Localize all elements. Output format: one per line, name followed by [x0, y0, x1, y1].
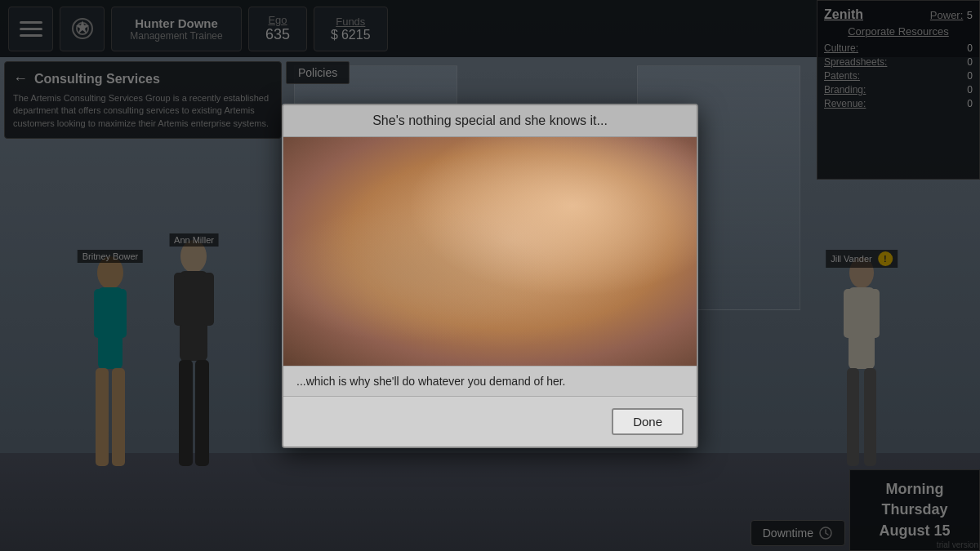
- modal-image: [283, 137, 697, 366]
- done-button[interactable]: Done: [612, 408, 684, 435]
- modal-dialog: She's nothing special and she knows it..…: [282, 104, 698, 448]
- modal-image-content: [283, 137, 697, 366]
- modal-overlay: She's nothing special and she knows it..…: [0, 0, 980, 551]
- modal-caption: ...which is why she'll do whatever you d…: [283, 366, 697, 397]
- modal-title: She's nothing special and she knows it..…: [296, 113, 684, 128]
- modal-caption-text: ...which is why she'll do whatever you d…: [296, 375, 684, 388]
- modal-header: She's nothing special and she knows it..…: [283, 105, 697, 137]
- modal-footer: Done: [283, 397, 697, 447]
